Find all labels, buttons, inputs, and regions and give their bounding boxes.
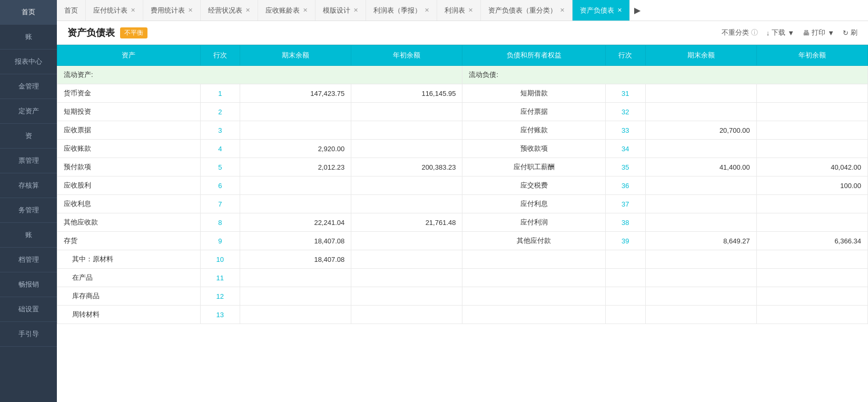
- close-icon[interactable]: ✕: [245, 7, 250, 14]
- balance-sheet-table: 资产 行次 期末余额 年初余额 负债和所有者权益 行次 期末余额 年初余额 流动…: [57, 45, 868, 324]
- asset-name: 库存商品: [57, 287, 201, 306]
- liability-start-balance: [756, 84, 867, 103]
- asset-end-balance: 147,423.75: [240, 84, 351, 103]
- close-icon[interactable]: ✕: [188, 7, 193, 14]
- tab-operation[interactable]: 经营状况表✕: [201, 0, 258, 21]
- refresh-action[interactable]: ↻ 刷: [843, 28, 857, 37]
- print-action[interactable]: 🖶 打印 ▼: [803, 28, 834, 37]
- asset-name: 短期投资: [57, 103, 201, 121]
- tab-payable-stats[interactable]: 应付统计表✕: [86, 0, 143, 21]
- asset-end-balance: [240, 269, 351, 287]
- download-label: 下载: [772, 28, 785, 37]
- asset-start-balance: [351, 121, 462, 140]
- close-icon[interactable]: ✕: [425, 7, 429, 14]
- chevron-down-icon2: ▼: [827, 29, 834, 37]
- sidebar-item-report-center[interactable]: 报表中心: [0, 50, 57, 74]
- table-row: 预付款项 5 2,012.23 200,383.23 应付职工薪酬 35 41,…: [57, 158, 868, 177]
- asset-row-num: 7: [200, 195, 240, 213]
- liability-row-num: [606, 269, 645, 287]
- liability-name: [462, 287, 606, 306]
- sidebar-item-ledger[interactable]: 账: [0, 223, 57, 248]
- sidebar-item-inventory[interactable]: 存核算: [0, 173, 57, 198]
- asset-end-balance: 18,407.08: [240, 232, 351, 250]
- liability-name: 应付职工薪酬: [462, 158, 606, 177]
- col-header-end-balance1: 期末余额: [240, 45, 351, 66]
- liability-row-num: [606, 287, 645, 306]
- tab-profit[interactable]: 利润表✕: [437, 0, 481, 21]
- tab-scroll-arrow[interactable]: ▶: [630, 5, 645, 15]
- liability-start-balance: 6,366.34: [756, 232, 867, 250]
- main-content: 首页 应付统计表✕ 费用统计表✕ 经营状况表✕ 应收账龄表✕ 模版设计✕ 利润表…: [57, 0, 868, 402]
- sidebar-item-guide[interactable]: 手引导: [0, 322, 57, 347]
- asset-name: 应收票据: [57, 121, 201, 140]
- asset-start-balance: [351, 140, 462, 158]
- liability-name: 应付账款: [462, 121, 606, 140]
- refresh-label: 刷: [851, 28, 857, 37]
- asset-start-balance: [351, 177, 462, 195]
- sidebar-item-account[interactable]: 账: [0, 25, 57, 50]
- liability-row-num: 33: [606, 121, 645, 140]
- asset-row-num: 1: [200, 84, 240, 103]
- close-icon[interactable]: ✕: [303, 7, 308, 14]
- liability-start-balance: [756, 121, 867, 140]
- liability-name: 应付利息: [462, 195, 606, 213]
- liability-start-balance: 40,042.00: [756, 158, 867, 177]
- asset-name: 应收股利: [57, 177, 201, 195]
- sidebar-item-settings[interactable]: 础设置: [0, 297, 57, 322]
- table-row: 在产品 11: [57, 269, 868, 287]
- liability-start-balance: [756, 306, 867, 324]
- tab-balance[interactable]: 资产负债表✕: [573, 0, 630, 21]
- liability-start-balance: [756, 195, 867, 213]
- print-label: 打印: [812, 28, 825, 37]
- close-icon[interactable]: ✕: [617, 7, 622, 14]
- tab-expense-stats[interactable]: 费用统计表✕: [143, 0, 201, 21]
- table-row: 周转材料 13: [57, 306, 868, 324]
- tab-profit-quarterly[interactable]: 利润表（季报）✕: [366, 0, 437, 21]
- close-icon[interactable]: ✕: [468, 7, 473, 14]
- liability-start-balance: [756, 287, 867, 306]
- liability-name: 应付票据: [462, 103, 606, 121]
- asset-end-balance: [240, 306, 351, 324]
- asset-name: 周转材料: [57, 306, 201, 324]
- sidebar-item-cash-mgmt[interactable]: 金管理: [0, 74, 57, 99]
- sidebar-item-tax-mgmt[interactable]: 务管理: [0, 198, 57, 223]
- sidebar-item-investment[interactable]: 资: [0, 124, 57, 149]
- asset-start-balance: [351, 250, 462, 269]
- close-icon[interactable]: ✕: [131, 7, 135, 14]
- asset-name: 应收账款: [57, 140, 201, 158]
- tab-receivable-aging[interactable]: 应收账龄表✕: [258, 0, 315, 21]
- asset-end-balance: 22,241.04: [240, 213, 351, 232]
- asset-end-balance: [240, 177, 351, 195]
- sidebar-item-fixed-assets[interactable]: 定资产: [0, 99, 57, 124]
- download-action[interactable]: ↓ 下载 ▼: [766, 28, 794, 37]
- col-header-start-balance2: 年初余额: [756, 45, 867, 66]
- asset-row-num: 12: [200, 287, 240, 306]
- liability-end-balance: [645, 140, 756, 158]
- asset-start-balance: [351, 306, 462, 324]
- sidebar: 首页 账 报表中心 金管理 定资产 资 票管理 存核算 务管理 账 档管理 畅报…: [0, 0, 57, 402]
- liability-start-balance: [756, 213, 867, 232]
- sidebar-item-home[interactable]: 首页: [0, 0, 57, 25]
- liability-name: [462, 250, 606, 269]
- asset-start-balance: 200,383.23: [351, 158, 462, 177]
- liability-end-balance: [645, 287, 756, 306]
- sidebar-item-expense[interactable]: 畅报销: [0, 272, 57, 297]
- classification-action[interactable]: 不重分类 ⓘ: [722, 28, 758, 37]
- tab-balance-reclassified[interactable]: 资产负债表（重分类）✕: [481, 0, 573, 21]
- close-icon[interactable]: ✕: [560, 7, 565, 14]
- asset-end-balance: [240, 287, 351, 306]
- section-right-label: 流动负债:: [462, 66, 868, 84]
- asset-row-num: 8: [200, 213, 240, 232]
- asset-start-balance: [351, 287, 462, 306]
- liability-end-balance: [645, 306, 756, 324]
- asset-row-num: 5: [200, 158, 240, 177]
- table-row: 应收股利 6 应交税费 36 100.00: [57, 177, 868, 195]
- tab-template-design[interactable]: 模版设计✕: [315, 0, 366, 21]
- table-row: 库存商品 12: [57, 287, 868, 306]
- close-icon[interactable]: ✕: [353, 7, 358, 14]
- tab-home[interactable]: 首页: [57, 0, 86, 21]
- sidebar-item-archive[interactable]: 档管理: [0, 248, 57, 272]
- liability-end-balance: [645, 177, 756, 195]
- asset-name: 预付款项: [57, 158, 201, 177]
- sidebar-item-ticket-mgmt[interactable]: 票管理: [0, 149, 57, 173]
